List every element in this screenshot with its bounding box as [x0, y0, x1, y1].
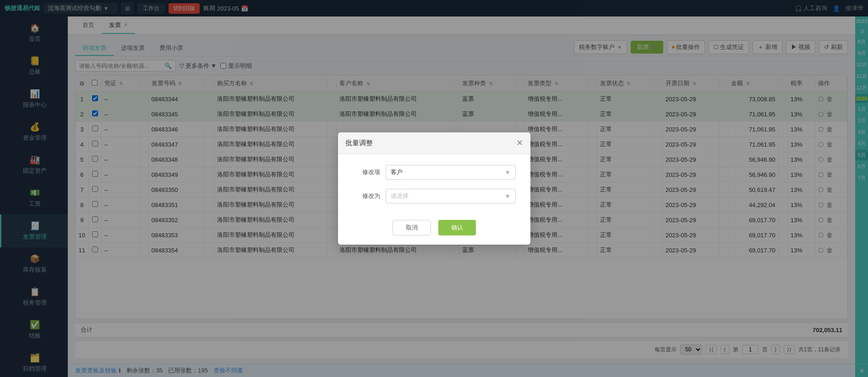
modify-to-row: 修改为 请选择 ▼	[353, 189, 516, 203]
modify-to-placeholder: 请选择	[391, 192, 409, 200]
modify-item-arrow-icon: ▼	[505, 169, 511, 176]
modify-to-select[interactable]: 请选择 ▼	[386, 189, 516, 203]
dialog-title: 批量调整	[345, 139, 373, 148]
modify-to-arrow-icon: ▼	[505, 193, 511, 200]
dialog-overlay[interactable]: 批量调整 ✕ 修改项 客户 ▼ 修改为 请选择 ▼ 取消 确认	[0, 0, 868, 377]
dialog-body: 修改项 客户 ▼ 修改为 请选择 ▼	[338, 154, 530, 214]
modify-item-select[interactable]: 客户 ▼	[386, 165, 516, 180]
dialog-close-btn[interactable]: ✕	[516, 138, 523, 148]
dialog-footer: 取消 确认	[338, 214, 530, 245]
cancel-btn[interactable]: 取消	[393, 220, 431, 235]
modify-item-row: 修改项 客户 ▼	[353, 165, 516, 180]
batch-adjust-dialog: 批量调整 ✕ 修改项 客户 ▼ 修改为 请选择 ▼ 取消 确认	[338, 132, 530, 245]
modify-item-label: 修改项	[353, 168, 380, 176]
confirm-btn[interactable]: 确认	[438, 220, 476, 235]
modify-item-value: 客户	[391, 168, 403, 176]
modify-to-label: 修改为	[353, 192, 380, 200]
dialog-header: 批量调整 ✕	[338, 132, 530, 154]
